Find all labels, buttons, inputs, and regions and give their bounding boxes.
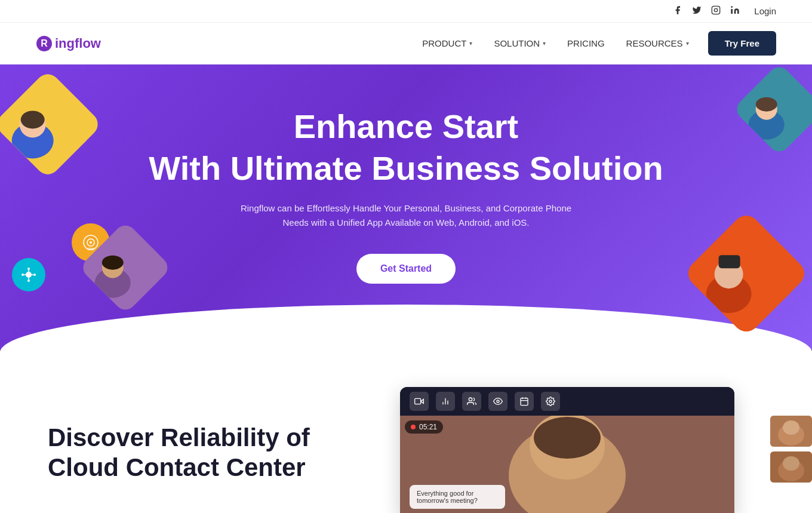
svg-point-38 [497, 400, 499, 403]
svg-point-43 [549, 400, 552, 403]
login-link[interactable]: Login [754, 6, 776, 16]
video-timer: 05:21 [419, 423, 437, 431]
bottom-visual: 05:21 Everything good for tomorrow's mee… [370, 387, 764, 513]
svg-point-47 [534, 417, 601, 459]
nav-pricing-label: PRICING [567, 38, 605, 48]
video-timer-badge: 05:21 [405, 420, 443, 434]
svg-point-12 [755, 97, 777, 111]
nav-product-label: PRODUCT [422, 38, 466, 48]
thumbnail-1 [770, 416, 812, 447]
bottom-section: Discover Reliability of Cloud Contact Ce… [0, 351, 812, 513]
top-bar: Login [0, 0, 812, 23]
svg-point-24 [27, 268, 30, 270]
svg-text:ingflow: ingflow [55, 36, 102, 51]
svg-point-50 [783, 420, 799, 435]
avatar-bottom-right [702, 229, 791, 318]
chart-icon[interactable] [436, 392, 455, 411]
avatar-top-right [746, 76, 812, 142]
thumbnail-2 [770, 451, 812, 483]
bottom-title-line2: Cloud Contact Center [48, 453, 306, 481]
svg-marker-32 [421, 400, 424, 404]
calendar-icon[interactable] [515, 392, 534, 411]
svg-point-15 [102, 255, 123, 269]
eye-icon[interactable] [488, 392, 508, 411]
svg-point-9 [20, 110, 44, 128]
nav-product-chevron: ▾ [469, 40, 472, 47]
virus-icon-circle [12, 258, 45, 291]
hero-title-line2: With Ultimate Business Solution [149, 150, 663, 187]
navbar: R ingflow PRODUCT ▾ SOLUTION ▾ PRICING R… [0, 23, 812, 64]
logo[interactable]: R ingflow [36, 33, 113, 54]
svg-point-2 [718, 7, 718, 8]
video-icon[interactable] [410, 392, 429, 411]
svg-rect-0 [712, 6, 720, 14]
svg-rect-18 [718, 255, 740, 268]
avatar-top-left [9, 85, 87, 163]
get-started-button[interactable]: Get Started [356, 254, 456, 284]
hero-section: CRM Enhance Start With Ultimate Business… [0, 64, 812, 351]
hero-title-line1: Enhance Start [294, 108, 519, 145]
bottom-title: Discover Reliability of Cloud Contact Ce… [48, 423, 346, 483]
video-toolbar [400, 387, 734, 416]
hero-subtitle: Ringflow can be Effortlessly Handle Your… [227, 201, 585, 230]
avatar-bottom-left [93, 235, 158, 300]
video-mockup: 05:21 Everything good for tomorrow's mee… [400, 387, 734, 513]
svg-point-25 [27, 279, 30, 282]
nav-product[interactable]: PRODUCT ▾ [422, 38, 472, 48]
try-free-button[interactable]: Try Free [708, 31, 776, 56]
social-icons [673, 5, 740, 17]
svg-point-3 [731, 6, 733, 8]
side-thumbnails [770, 416, 812, 483]
svg-point-26 [21, 274, 24, 276]
chat-text: Everything good for tomorrow's meeting? [417, 490, 478, 504]
nav-solution[interactable]: SOLUTION ▾ [494, 38, 546, 48]
settings-icon[interactable] [541, 392, 560, 411]
svg-point-23 [26, 272, 32, 278]
nav-solution-chevron: ▾ [543, 40, 546, 47]
chat-bubble: Everything good for tomorrow's meeting? [410, 485, 505, 509]
bottom-title-line1: Discover Reliability of [48, 423, 310, 451]
nav-resources-label: RESOURCES [626, 38, 683, 48]
bottom-text: Discover Reliability of Cloud Contact Ce… [48, 423, 346, 483]
svg-rect-39 [521, 398, 528, 406]
nav-resources[interactable]: RESOURCES ▾ [626, 38, 689, 48]
svg-point-53 [783, 456, 799, 471]
instagram-icon[interactable] [711, 5, 721, 17]
nav-links: PRODUCT ▾ SOLUTION ▾ PRICING RESOURCES ▾ [422, 38, 688, 48]
people-icon[interactable] [462, 392, 481, 411]
twitter-icon[interactable] [692, 5, 702, 17]
svg-point-27 [33, 274, 36, 276]
recording-dot [411, 425, 416, 429]
svg-point-21 [90, 241, 92, 244]
nav-pricing[interactable]: PRICING [567, 38, 605, 48]
facebook-icon[interactable] [673, 5, 682, 17]
video-body: 05:21 Everything good for tomorrow's mee… [400, 416, 734, 513]
nav-resources-chevron: ▾ [686, 40, 689, 47]
nav-solution-label: SOLUTION [494, 38, 540, 48]
svg-rect-33 [415, 398, 421, 404]
svg-point-1 [715, 8, 718, 11]
svg-text:R: R [41, 38, 48, 48]
linkedin-icon[interactable] [730, 5, 740, 17]
svg-point-37 [469, 398, 472, 401]
